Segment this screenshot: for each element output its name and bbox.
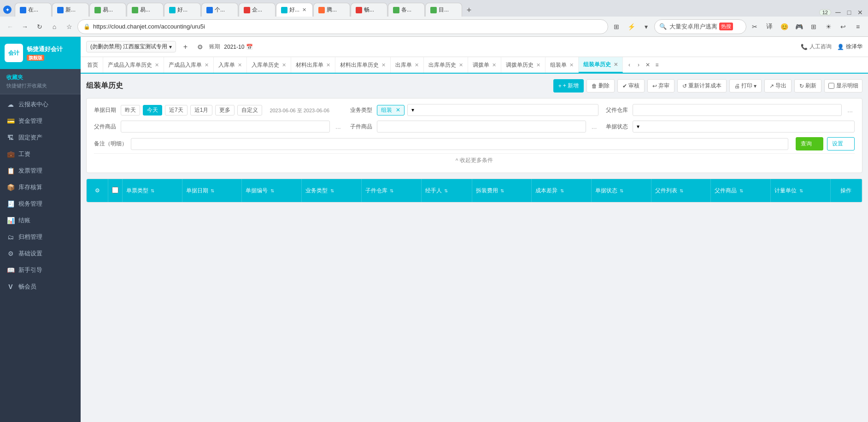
query-button[interactable]: 查询	[796, 137, 823, 150]
sidebar-item-member[interactable]: V 畅会员	[0, 278, 81, 295]
settings-header-button[interactable]: ⚙	[194, 41, 205, 52]
business-type-dropdown[interactable]: ▾	[407, 104, 599, 116]
tab-close-out-history[interactable]: ✕	[459, 62, 463, 68]
scissors-button[interactable]: ✂	[748, 20, 761, 33]
display-checkbox[interactable]	[828, 83, 834, 89]
tab-transfer[interactable]: 调拨单 ✕	[468, 57, 501, 73]
col-disassemble-fee[interactable]: 拆装费用 ⇅	[472, 179, 532, 202]
tab-production-in-history[interactable]: 产成品入库单历史 ✕	[103, 57, 164, 73]
col-cost-diff[interactable]: 成本差异 ⇅	[532, 179, 592, 202]
tab-home[interactable]: 首页	[82, 57, 103, 73]
col-order-no[interactable]: 单据编号 ⇅	[242, 179, 302, 202]
tab-close-prod-in-hist[interactable]: ✕	[155, 62, 159, 68]
company-selector[interactable]: (勿删勿禁用) 江西服宝测试专用 ▾	[86, 41, 176, 52]
translate-button[interactable]: 译	[763, 20, 776, 33]
tab-close-assembly-hist[interactable]: ✕	[614, 62, 618, 68]
col-parent-goods[interactable]: 父件商品 ⇅	[711, 179, 771, 202]
back-button[interactable]: ←	[4, 20, 17, 33]
col-order-type[interactable]: 单票类型 ⇅	[123, 179, 182, 202]
browser-tab-3[interactable]: 易...	[89, 3, 126, 17]
col-business-type[interactable]: 业务类型 ⇅	[302, 179, 362, 202]
yesterday-btn[interactable]: 昨天	[121, 105, 140, 116]
tab-material-out-history[interactable]: 材料出库单历史 ✕	[335, 57, 391, 73]
browser-close-button[interactable]: ✕	[856, 8, 864, 17]
new-button[interactable]: + + 新增	[553, 79, 584, 92]
parent-warehouse-input[interactable]	[633, 104, 842, 116]
add-company-button[interactable]: +	[180, 41, 191, 52]
browser-tab-8[interactable]: 好... ✕	[276, 3, 313, 17]
search-bar[interactable]: 🔍 大量安卓用户逃离 热搜	[654, 19, 746, 34]
audit-button[interactable]: ✔ 审核	[617, 79, 645, 92]
tab-close-mat-out-hist[interactable]: ✕	[381, 62, 386, 68]
recalc-button[interactable]: ↺ 重新计算成本	[677, 79, 727, 92]
lightning-button[interactable]: ⚡	[625, 20, 638, 33]
tab-transfer-history[interactable]: 调拨单历史 ✕	[501, 57, 545, 73]
child-goods-more-icon[interactable]: ...	[590, 123, 599, 130]
child-goods-input[interactable]	[377, 121, 586, 133]
tab-out-history[interactable]: 出库单历史 ✕	[424, 57, 468, 73]
tab-options[interactable]: ≡	[652, 60, 662, 69]
order-status-dropdown[interactable]: ▾	[633, 121, 855, 133]
home-button[interactable]: ⌂	[48, 20, 61, 33]
undo-button[interactable]: ↩	[837, 20, 850, 33]
settings-query-button[interactable]: 设置	[827, 137, 855, 150]
col-settings[interactable]: ⚙	[87, 179, 108, 202]
parent-goods-more-icon[interactable]: ...	[334, 123, 343, 130]
browser-tab-5[interactable]: 好...	[164, 3, 201, 17]
tab-in-order[interactable]: 入库单 ✕	[214, 57, 247, 73]
emoji-button[interactable]: 😊	[778, 20, 791, 33]
tab-scroll-left[interactable]: ‹	[625, 60, 634, 69]
month-btn[interactable]: 近1月	[190, 105, 213, 116]
tab-material-out[interactable]: 材料出库单 ✕	[291, 57, 335, 73]
export-button[interactable]: ↗ 导出	[764, 79, 792, 92]
brightness-button[interactable]: ☀	[822, 20, 835, 33]
tab-close-all[interactable]: ✕	[643, 60, 652, 69]
tab-assembly-history[interactable]: 组装单历史 ✕	[579, 57, 623, 73]
new-tab-button[interactable]: +	[463, 4, 475, 17]
tab-close-in-order[interactable]: ✕	[238, 62, 242, 68]
customer-service-button[interactable]: 📞 人工咨询	[801, 43, 832, 51]
sidebar-item-guide[interactable]: 📖 新手引导	[0, 262, 81, 278]
bookmark-button[interactable]: ☆	[63, 20, 76, 33]
refresh-button-page[interactable]: ↻ 刷新	[794, 79, 821, 92]
browser-tab-12[interactable]: 目...	[425, 3, 462, 17]
tab-production-in[interactable]: 产成品入库单 ✕	[164, 57, 214, 73]
sidebar-item-fixed-assets[interactable]: 🏗 固定资产	[0, 129, 81, 146]
refresh-button[interactable]: ↻	[33, 20, 46, 33]
qr-button[interactable]: ⊞	[610, 20, 623, 33]
remove-tag-button[interactable]: ✕	[396, 107, 400, 113]
tab-close-transfer-hist[interactable]: ✕	[536, 62, 540, 68]
tab-close-transfer[interactable]: ✕	[492, 62, 496, 68]
user-info[interactable]: 👤 徐泽华	[837, 43, 862, 51]
sidebar-item-archive[interactable]: 🗂 归档管理	[0, 229, 81, 245]
more-btn[interactable]: 更多	[215, 105, 235, 116]
tab-close-assembly[interactable]: ✕	[569, 62, 574, 68]
col-order-status[interactable]: 单据状态 ⇅	[592, 179, 651, 202]
sidebar-item-finance[interactable]: 💳 资金管理	[0, 113, 81, 129]
print-button[interactable]: 🖨 打印 ▾	[729, 79, 762, 92]
parent-goods-input[interactable]	[121, 121, 330, 133]
col-child-warehouse[interactable]: 子件仓库 ⇅	[361, 179, 421, 202]
tab-assembly[interactable]: 组装单 ✕	[545, 57, 579, 73]
tab-out-order[interactable]: 出库单 ✕	[391, 57, 424, 73]
browser-tab-6[interactable]: 个...	[201, 3, 238, 17]
browser-tab-1[interactable]: 在...	[15, 3, 52, 17]
browser-tab-4[interactable]: 易...	[127, 3, 164, 17]
col-order-date[interactable]: 单据日期 ⇅	[182, 179, 242, 202]
sidebar-item-close-account[interactable]: 📊 结账	[0, 212, 81, 229]
select-all-checkbox[interactable]	[112, 187, 118, 193]
tab-close-out-order[interactable]: ✕	[415, 62, 419, 68]
notes-input[interactable]	[131, 138, 788, 150]
browser-minimize-button[interactable]: ─	[834, 8, 842, 17]
col-handler[interactable]: 经手人 ⇅	[421, 179, 472, 202]
today-btn[interactable]: 今天	[143, 105, 162, 116]
collapse-bar[interactable]: ^ 收起更多条件	[94, 153, 855, 167]
delete-button[interactable]: 🗑 删除	[586, 79, 615, 92]
col-parent-list[interactable]: 父件列表 ⇅	[651, 179, 711, 202]
game-button[interactable]: 🎮	[792, 20, 805, 33]
browser-tab-2[interactable]: 新...	[52, 3, 89, 17]
browser-tab-close-8[interactable]: ✕	[302, 7, 306, 13]
browser-tab-11[interactable]: 各...	[388, 3, 425, 17]
tab-close-in-history[interactable]: ✕	[282, 62, 286, 68]
col-checkbox[interactable]	[108, 179, 123, 202]
